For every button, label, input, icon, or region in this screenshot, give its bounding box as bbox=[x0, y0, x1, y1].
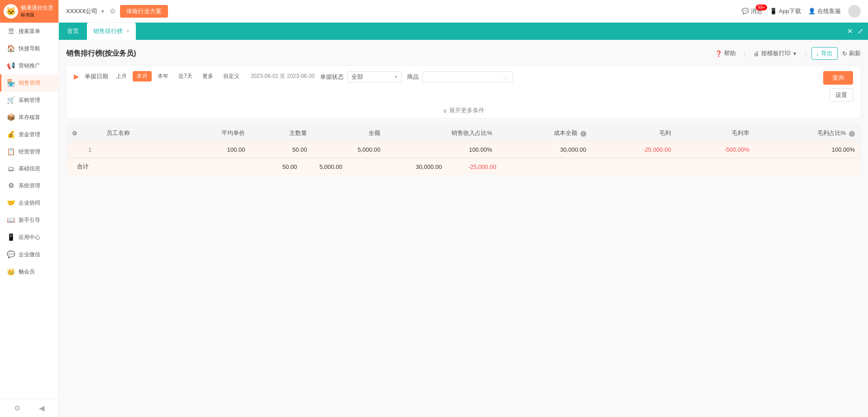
tabbar: 首页 销售排行榜 × ✕ ⤢ bbox=[59, 23, 868, 40]
sidebar-item-label: 库存核算 bbox=[19, 114, 40, 121]
table-header-row: ⚙ 员工名称 平均单价 主数量 全额 销售收入占比% 成本全额 i 毛利 毛利率… bbox=[67, 125, 860, 142]
status-select[interactable]: 全部 待审核 已审核 已作废 bbox=[347, 71, 402, 82]
sidebar-item-purchase[interactable]: 🛒 采购管理 bbox=[0, 91, 58, 109]
date-opt-more[interactable]: 更多 bbox=[198, 71, 217, 81]
app-download-button[interactable]: 📱 App下载 bbox=[770, 7, 801, 15]
settings-footer-button[interactable]: ⚙ bbox=[14, 404, 20, 412]
table-row: 1 100.00 50.00 5,000.00 100.00% 30,000.0… bbox=[67, 142, 860, 158]
expand-label: 展开更多条件 bbox=[449, 106, 484, 115]
date-range-display: 2023-06-01 至 2023-06-30 bbox=[251, 72, 315, 80]
status-select-wrap: 全部 待审核 已审核 已作废 bbox=[347, 71, 402, 82]
tab-close-icon[interactable]: × bbox=[126, 28, 129, 34]
corp-icon: 🤝 bbox=[7, 199, 15, 207]
logo-name: 畅康通好生意 bbox=[21, 5, 53, 12]
filter-right-actions: 查询 设置 bbox=[823, 71, 853, 102]
sidebar-item-finance[interactable]: 💰 资金管理 bbox=[0, 126, 58, 143]
service-label: 在线客服 bbox=[817, 7, 841, 15]
footer-cost: 30,000.00 bbox=[393, 163, 447, 170]
settings-button[interactable]: 设置 bbox=[830, 88, 853, 102]
footer-gross: -25,000.00 bbox=[447, 163, 502, 170]
logo-sub: 标准版 bbox=[21, 12, 53, 18]
col-avg-price: 平均单价 bbox=[176, 125, 250, 142]
collapse-sidebar-button[interactable]: ◀ bbox=[39, 404, 44, 412]
row-qty: 50.00 bbox=[250, 142, 312, 158]
export-button[interactable]: ↓ 导出 bbox=[811, 47, 838, 60]
sidebar-item-label: 营销推广 bbox=[19, 62, 40, 70]
trial-button[interactable]: 体验行业方案 bbox=[120, 5, 168, 18]
sidebar-item-label: 基础信息 bbox=[19, 165, 40, 173]
filter-section: ▶ 单据日期 上月 本月 本年 近7天 更多 自定义 2023-06-01 至 … bbox=[66, 65, 861, 119]
purchase-icon: 🛒 bbox=[7, 96, 15, 104]
sidebar-item-operation[interactable]: 📋 经营管理 bbox=[0, 143, 58, 160]
sidebar-item-wechat[interactable]: 💬 企业微信 bbox=[0, 246, 58, 263]
sidebar-nav: ☰ 搜索菜单 🏠 快捷导航 📢 营销推广 🏪 销售管理 🛒 采购管理 📦 库存核… bbox=[0, 23, 58, 399]
col-rank bbox=[83, 125, 101, 142]
date-opt-this-month[interactable]: 本月 bbox=[133, 71, 152, 81]
gross-pct-info-icon[interactable]: i bbox=[849, 131, 855, 137]
row-gross-pct: 100.00% bbox=[755, 142, 860, 158]
sidebar-item-label: 资金管理 bbox=[19, 131, 40, 139]
tab-sales-ranking[interactable]: 销售排行榜 × bbox=[87, 23, 136, 40]
cost-info-icon[interactable]: i bbox=[580, 131, 586, 137]
sidebar: 🐱 畅康通好生意 标准版 ☰ 搜索菜单 🏠 快捷导航 📢 营销推广 🏪 销售管理… bbox=[0, 0, 59, 417]
goods-more-icon[interactable]: ... bbox=[501, 73, 509, 80]
sidebar-item-corp[interactable]: 🤝 企业协同 bbox=[0, 194, 58, 211]
goods-input[interactable]: ... bbox=[422, 71, 513, 82]
tab-home[interactable]: 首页 bbox=[59, 23, 87, 40]
page-header: 销售排行榜(按业务员) ❓ 帮助 | 🖨 按模板打印 ▼ | ↓ 导出 bbox=[66, 47, 861, 60]
date-opt-this-year[interactable]: 本年 bbox=[153, 71, 173, 81]
print-button[interactable]: 🖨 按模板打印 ▼ bbox=[750, 48, 801, 59]
row-rank: 1 bbox=[83, 142, 101, 158]
online-service-button[interactable]: 👤 在线客服 bbox=[808, 7, 841, 15]
col-settings[interactable]: ⚙ bbox=[67, 125, 83, 142]
service-icon: 👤 bbox=[808, 8, 815, 14]
refresh-button[interactable]: ↻ 刷新 bbox=[842, 49, 861, 58]
row-amount: 5,000.00 bbox=[312, 142, 386, 158]
col-gross: 毛利 bbox=[592, 125, 676, 142]
query-button[interactable]: 查询 bbox=[823, 71, 853, 85]
date-opt-7days[interactable]: 近7天 bbox=[174, 71, 197, 81]
finance-icon: 💰 bbox=[7, 130, 15, 139]
date-opt-last-month[interactable]: 上月 bbox=[112, 71, 131, 81]
sidebar-item-inventory[interactable]: 📦 库存核算 bbox=[0, 109, 58, 126]
sales-icon: 🏪 bbox=[7, 79, 15, 87]
sidebar-item-guide[interactable]: 📖 新手引导 bbox=[0, 211, 58, 229]
page-title: 销售排行榜(按业务员) bbox=[66, 49, 136, 58]
sidebar-item-label: 销售管理 bbox=[19, 79, 40, 87]
apps-icon: 📱 bbox=[7, 233, 15, 241]
export-icon: ↓ bbox=[816, 50, 820, 57]
help-button[interactable]: ❓ 帮助 bbox=[711, 48, 739, 59]
user-avatar[interactable] bbox=[848, 5, 861, 18]
sidebar-item-system[interactable]: ⚙ 系统管理 bbox=[0, 177, 58, 194]
row-gross-rate: -500.00% bbox=[676, 142, 755, 158]
message-button[interactable]: 💬 消息 99+ bbox=[742, 7, 762, 15]
company-selector[interactable]: XXXXX公司 ▼ bbox=[66, 7, 105, 15]
sidebar-item-search[interactable]: ☰ 搜索菜单 bbox=[0, 23, 58, 40]
sidebar-item-member[interactable]: 👑 畅会员 bbox=[0, 263, 58, 280]
marketing-icon: 📢 bbox=[7, 62, 15, 70]
topbar-gear-icon[interactable]: ⚙ bbox=[110, 7, 115, 15]
page-actions: ❓ 帮助 | 🖨 按模板打印 ▼ | ↓ 导出 ↻ 刷新 bbox=[711, 47, 861, 60]
tab-active-label: 销售排行榜 bbox=[93, 27, 123, 35]
goods-filter-col: 商品 ... bbox=[407, 71, 513, 82]
guide-icon: 📖 bbox=[7, 216, 15, 224]
tab-close-window-icon[interactable]: ✕ bbox=[847, 27, 853, 35]
table-footer: 合计 50.00 5,000.00 30,000.00 -25,000.00 bbox=[66, 158, 861, 175]
topbar-right: 💬 消息 99+ 📱 App下载 👤 在线客服 bbox=[742, 5, 861, 18]
sidebar-item-marketing[interactable]: 📢 营销推广 bbox=[0, 57, 58, 74]
date-opt-custom[interactable]: 自定义 bbox=[219, 71, 244, 81]
sidebar-item-sales[interactable]: 🏪 销售管理 bbox=[0, 74, 58, 91]
row-employee-name bbox=[101, 142, 176, 158]
sidebar-item-shortcut[interactable]: 🏠 快捷导航 bbox=[0, 40, 58, 57]
expand-more-row[interactable]: ∨ 展开更多条件 bbox=[74, 106, 853, 115]
date-filter-col: ▶ 单据日期 上月 本月 本年 近7天 更多 自定义 2023-06-01 至 … bbox=[74, 71, 315, 81]
row-settings bbox=[67, 142, 83, 158]
tab-restore-icon[interactable]: ⤢ bbox=[858, 27, 863, 35]
sidebar-item-label: 经营管理 bbox=[19, 148, 40, 156]
sidebar-item-basic[interactable]: 🗂 基础信息 bbox=[0, 160, 58, 177]
sidebar-item-apps[interactable]: 📱 应用中心 bbox=[0, 229, 58, 246]
row-cost: 30,000.00 bbox=[498, 142, 592, 158]
data-table-wrap: ⚙ 员工名称 平均单价 主数量 全额 销售收入占比% 成本全额 i 毛利 毛利率… bbox=[66, 124, 861, 158]
filter-arrow-icon[interactable]: ▶ bbox=[74, 72, 79, 81]
tab-home-label: 首页 bbox=[67, 27, 79, 35]
